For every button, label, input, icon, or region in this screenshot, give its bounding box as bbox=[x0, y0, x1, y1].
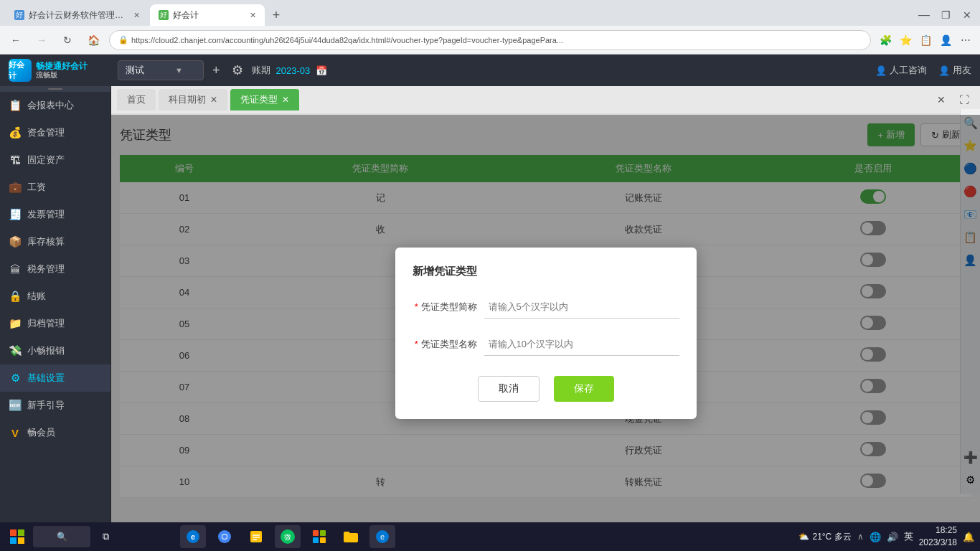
sidebar-item-invoice[interactable]: 🧾 发票管理 bbox=[0, 201, 110, 228]
taskbar-app-wechat[interactable]: 微 bbox=[275, 525, 301, 548]
tab-voucher-type-label: 凭证类型 bbox=[240, 93, 278, 106]
dashboard-icon: 📋 bbox=[9, 99, 22, 112]
network-icon: 🌐 bbox=[870, 532, 881, 542]
time-display: 18:25 bbox=[919, 524, 957, 537]
taskbar-app-edge2[interactable]: e bbox=[369, 525, 395, 548]
content-close-button[interactable]: ✕ bbox=[931, 90, 951, 110]
company-selector[interactable]: 测试 ▼ bbox=[118, 60, 204, 80]
guide-icon: 🆕 bbox=[9, 399, 22, 412]
more-button[interactable]: ⋯ bbox=[957, 32, 974, 49]
cancel-button[interactable]: 取消 bbox=[478, 376, 540, 402]
taskbar-right: ⛅ 21°C 多云 ∧ 🌐 🔊 英 18:25 2023/3/18 🔔 bbox=[798, 524, 974, 549]
sidebar-item-archive[interactable]: 📁 归档管理 bbox=[0, 310, 110, 337]
url-input[interactable]: 🔒 https://cloud2.chanjet.com/accounting/… bbox=[109, 30, 871, 50]
app-body: 📋 会报表中心 💰 资金管理 🏗 固定资产 💼 工资 🧾 发票管理 bbox=[0, 86, 980, 551]
extensions-button[interactable]: 🧩 bbox=[877, 32, 894, 49]
sidebar-item-fixed-assets[interactable]: 🏗 固定资产 bbox=[0, 146, 110, 174]
tax-icon: 🏛 bbox=[9, 263, 22, 276]
user-label: 用友 bbox=[953, 64, 971, 77]
favorites-button[interactable]: ⭐ bbox=[897, 32, 914, 49]
taskbar-time[interactable]: 18:25 2023/3/18 bbox=[919, 524, 957, 549]
archive-icon: 📁 bbox=[9, 317, 22, 330]
sidebar-item-inventory[interactable]: 📦 库存核算 bbox=[0, 228, 110, 255]
modal-footer: 取消 保存 bbox=[413, 376, 679, 402]
home-button[interactable]: 🏠 bbox=[83, 30, 103, 50]
page-area: 凭证类型 + 新增 ↻ 刷新 bbox=[111, 115, 980, 551]
tab-2-close[interactable]: ✕ bbox=[250, 11, 256, 20]
refresh-button[interactable]: ↻ bbox=[57, 30, 77, 50]
app-header-center: 测试 ▼ + ⚙ 账期 2023-03 📅 bbox=[118, 60, 867, 81]
app-logo: 好会计 畅捷通好会计 流畅版 bbox=[9, 59, 109, 82]
tab-1[interactable]: 好 好会计云财务软件管理系统_会计 ✕ bbox=[6, 4, 149, 26]
save-button[interactable]: 保存 bbox=[554, 376, 614, 402]
sidebar-item-dashboard[interactable]: 📋 会报表中心 bbox=[0, 92, 110, 119]
sidebar-item-expense[interactable]: 💸 小畅报销 bbox=[0, 337, 110, 364]
lang-indicator[interactable]: 英 bbox=[904, 530, 913, 543]
period-label: 账期 bbox=[252, 64, 270, 77]
sidebar-item-fund[interactable]: 💰 资金管理 bbox=[0, 119, 110, 146]
sidebar-item-label-fixed-assets: 固定资产 bbox=[27, 154, 65, 166]
logo-text: 畅捷通好会计 bbox=[36, 61, 88, 71]
tab-1-close[interactable]: ✕ bbox=[133, 11, 140, 20]
tab-subject[interactable]: 科目期初 ✕ bbox=[159, 89, 227, 110]
taskbar-app-file[interactable] bbox=[243, 525, 269, 548]
taskbar-app-store[interactable] bbox=[306, 525, 332, 548]
svg-rect-9 bbox=[250, 531, 262, 542]
svg-rect-14 bbox=[313, 537, 319, 543]
notification-button[interactable]: 🔔 bbox=[963, 532, 974, 542]
tab-1-favicon: 好 bbox=[14, 10, 24, 20]
tab-2[interactable]: 好 好会计 ✕ bbox=[150, 4, 265, 26]
logo-icon: 好会计 bbox=[9, 59, 32, 82]
collections-button[interactable]: 📋 bbox=[917, 32, 934, 49]
close-button[interactable]: ✕ bbox=[957, 5, 977, 25]
taskbar-search[interactable]: 🔍 bbox=[33, 526, 90, 547]
taskbar-app-chrome[interactable] bbox=[212, 525, 237, 548]
svg-rect-13 bbox=[320, 530, 326, 536]
tab-voucher-type[interactable]: 凭证类型 ✕ bbox=[230, 89, 299, 110]
short-input[interactable] bbox=[484, 296, 679, 319]
add-company-button[interactable]: + bbox=[209, 60, 223, 81]
taskbar-app-edge[interactable]: e bbox=[180, 525, 206, 548]
minimize-button[interactable]: — bbox=[914, 5, 934, 25]
taskbar-task-view[interactable]: ⧉ bbox=[95, 526, 116, 547]
sidebar-item-label-archive: 归档管理 bbox=[27, 317, 65, 330]
sidebar-item-tax[interactable]: 🏛 税务管理 bbox=[0, 255, 110, 283]
svg-point-8 bbox=[222, 534, 227, 539]
content-maximize-button[interactable]: ⛶ bbox=[954, 90, 974, 110]
expense-icon: 💸 bbox=[9, 344, 22, 357]
form-row-short: 凭证类型简称 bbox=[413, 296, 679, 319]
forward-button[interactable]: → bbox=[32, 30, 52, 50]
account-button[interactable]: 👤 bbox=[937, 32, 954, 49]
modal-overlay: 新增凭证类型 凭证类型简称 凭证类型名称 bbox=[111, 115, 980, 551]
taskbar-apps: e 微 bbox=[121, 525, 456, 548]
taskbar-arrow-up[interactable]: ∧ bbox=[857, 532, 864, 542]
weather-info: ⛅ 21°C 多云 bbox=[798, 531, 851, 543]
settings-button[interactable]: ⚙ bbox=[229, 60, 246, 81]
tab-voucher-type-close[interactable]: ✕ bbox=[282, 95, 289, 105]
sidebar-item-label-fund: 资金管理 bbox=[27, 126, 65, 139]
member-icon: V bbox=[9, 426, 22, 439]
svg-rect-2 bbox=[10, 537, 17, 544]
sidebar-item-member[interactable]: V 畅会员 bbox=[0, 419, 110, 446]
user-button[interactable]: 👤 用友 bbox=[938, 64, 971, 77]
name-input[interactable] bbox=[484, 333, 679, 356]
sidebar-item-settings[interactable]: ⚙ 基础设置 bbox=[0, 364, 110, 392]
fund-icon: 💰 bbox=[9, 126, 22, 139]
new-tab-button[interactable]: + bbox=[266, 5, 286, 25]
consult-button[interactable]: 👤 人工咨询 bbox=[875, 64, 927, 77]
back-button[interactable]: ← bbox=[6, 30, 26, 50]
sidebar-item-closing[interactable]: 🔒 结账 bbox=[0, 283, 110, 310]
sidebar-item-guide[interactable]: 🆕 新手引导 bbox=[0, 392, 110, 419]
start-button[interactable] bbox=[6, 525, 29, 548]
inventory-icon: 📦 bbox=[9, 235, 22, 248]
period-icon[interactable]: 📅 bbox=[316, 65, 327, 76]
sidebar-item-payroll[interactable]: 💼 工资 bbox=[0, 174, 110, 201]
sidebar-item-label-member: 畅会员 bbox=[27, 426, 55, 439]
tab-subject-close[interactable]: ✕ bbox=[210, 95, 217, 105]
svg-text:e: e bbox=[380, 532, 385, 541]
tab-home[interactable]: 首页 bbox=[117, 89, 156, 110]
url-text: https://cloud2.chanjet.com/accounting/uh… bbox=[131, 36, 563, 44]
taskbar-app-folder[interactable] bbox=[338, 525, 364, 548]
restore-button[interactable]: ❐ bbox=[936, 5, 956, 25]
user-icon: 👤 bbox=[938, 65, 950, 76]
